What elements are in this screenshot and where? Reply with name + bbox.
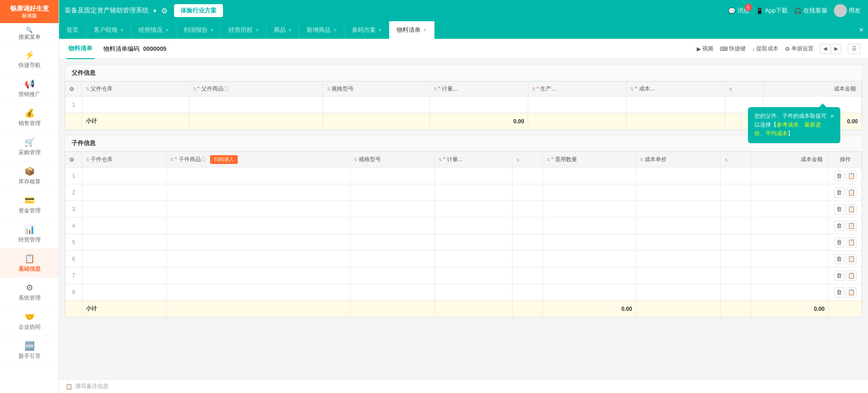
- tab-goods-close[interactable]: ×: [289, 27, 291, 33]
- child-goods-cell-2[interactable]: [166, 184, 350, 201]
- copy-row-btn-1[interactable]: 📋: [846, 171, 856, 181]
- child-goods-cell-8[interactable]: [166, 284, 350, 301]
- sidebar-item-quick-nav[interactable]: ⚡ 快捷导航: [0, 45, 59, 74]
- prev-record-btn[interactable]: ◀: [820, 44, 830, 54]
- child-unit-cost-cell-6[interactable]: [636, 251, 721, 267]
- parent-spec-cell[interactable]: [323, 97, 430, 113]
- tab-profit-close[interactable]: ×: [211, 27, 213, 33]
- child-spec-cell-4[interactable]: [350, 218, 434, 234]
- child-warehouse-cell-2[interactable]: [82, 184, 167, 201]
- child-needed-qty-cell-7[interactable]: [542, 267, 636, 284]
- child-spec-cell-7[interactable]: [350, 267, 434, 284]
- close-all-tabs[interactable]: ×: [855, 26, 868, 34]
- view-link[interactable]: ▶ 视频: [697, 45, 713, 53]
- delete-row-btn-6[interactable]: 🗑: [834, 254, 844, 264]
- sidebar-item-purchase[interactable]: 🛒 采购管理: [0, 133, 59, 162]
- parent-cost-cell[interactable]: [627, 97, 725, 113]
- tab-new-goods[interactable]: 新增商品 ×: [299, 21, 344, 39]
- copy-row-btn-5[interactable]: 📋: [846, 237, 856, 248]
- tab-operation-close[interactable]: ×: [165, 27, 168, 33]
- tab-barcode[interactable]: 条码方案 ×: [344, 21, 389, 39]
- parent-goods-cell[interactable]: [189, 97, 323, 113]
- child-unit-cost-cell-4[interactable]: [636, 218, 721, 234]
- user-item[interactable]: 用友: [834, 4, 861, 17]
- copy-row-btn-3[interactable]: 📋: [846, 204, 856, 214]
- delete-row-btn-4[interactable]: 🗑: [834, 221, 844, 231]
- th-child-settings[interactable]: ⚙: [66, 152, 82, 168]
- tab-history-close[interactable]: ×: [255, 27, 258, 33]
- child-quantity-cell-4[interactable]: [434, 218, 512, 234]
- child-quantity-cell-2[interactable]: [434, 184, 512, 201]
- tab-goods[interactable]: 商品 ×: [266, 21, 299, 39]
- child-warehouse-cell-7[interactable]: [82, 267, 167, 284]
- child-needed-qty-cell-5[interactable]: [542, 234, 636, 251]
- tab-profit[interactable]: 利润报告 ×: [176, 21, 221, 39]
- sidebar-item-system[interactable]: ⚙ 系统管理: [0, 278, 59, 307]
- tab-customer[interactable]: 客户联络 ×: [86, 21, 131, 39]
- child-spec-cell-3[interactable]: [350, 201, 434, 218]
- sidebar-item-basic[interactable]: 📋 基础信息: [0, 249, 59, 278]
- copy-row-btn-4[interactable]: 📋: [846, 221, 856, 231]
- child-goods-cell-5[interactable]: [166, 234, 350, 251]
- child-spec-cell-1[interactable]: [350, 168, 434, 184]
- parent-quantity-cell[interactable]: [430, 97, 528, 113]
- child-warehouse-cell-4[interactable]: [82, 218, 167, 234]
- tab-history[interactable]: 经营历程 ×: [221, 21, 266, 39]
- tooltip-close-btn[interactable]: ×: [830, 112, 834, 121]
- sidebar-item-finance[interactable]: 💳 资金管理: [0, 191, 59, 220]
- sidebar-item-guide[interactable]: 🆕 新手引导: [0, 336, 59, 365]
- child-unit-cost-cell-1[interactable]: [636, 168, 721, 184]
- copy-row-btn-8[interactable]: 📋: [846, 287, 856, 297]
- child-needed-qty-cell-2[interactable]: [542, 184, 636, 201]
- tab-customer-close[interactable]: ×: [121, 27, 123, 33]
- child-unit-cost-cell-3[interactable]: [636, 201, 721, 218]
- message-icon-item[interactable]: 💬 消息 6: [728, 6, 749, 15]
- child-warehouse-cell-1[interactable]: [82, 168, 167, 184]
- parent-warehouse-cell[interactable]: [82, 97, 189, 113]
- single-settings-link[interactable]: ⚙ 单据设置: [785, 45, 814, 53]
- child-needed-qty-cell-1[interactable]: [542, 168, 636, 184]
- th-parent-settings[interactable]: ⚙: [66, 82, 82, 97]
- tab-bom[interactable]: 物料清单 ×: [389, 21, 434, 39]
- child-needed-qty-cell-6[interactable]: [542, 251, 636, 267]
- child-warehouse-cell-8[interactable]: [82, 284, 167, 301]
- child-unit-cost-cell-5[interactable]: [636, 234, 721, 251]
- tab-new-goods-close[interactable]: ×: [333, 27, 336, 33]
- child-goods-cell-4[interactable]: [166, 218, 350, 234]
- list-view-btn[interactable]: ☰: [848, 44, 861, 54]
- tab-barcode-close[interactable]: ×: [379, 27, 381, 33]
- child-quantity-cell-7[interactable]: [434, 267, 512, 284]
- topbar-dropdown-arrow[interactable]: ▾: [153, 7, 157, 14]
- settings-icon[interactable]: ⚙: [161, 6, 168, 15]
- child-unit-cost-cell-7[interactable]: [636, 267, 721, 284]
- child-needed-qty-cell-8[interactable]: [542, 284, 636, 301]
- child-goods-cell-6[interactable]: [166, 251, 350, 267]
- next-record-btn[interactable]: ▶: [831, 44, 841, 54]
- child-goods-cell-1[interactable]: [166, 168, 350, 184]
- child-quantity-cell-1[interactable]: [434, 168, 512, 184]
- sub-tab-bom-list[interactable]: 物料清单: [66, 39, 94, 59]
- copy-row-btn-2[interactable]: 📋: [846, 187, 856, 198]
- online-service-item[interactable]: 🎧 在线客服: [794, 6, 827, 15]
- child-warehouse-cell-3[interactable]: [82, 201, 167, 218]
- child-needed-qty-cell-3[interactable]: [542, 201, 636, 218]
- child-spec-cell-8[interactable]: [350, 284, 434, 301]
- child-quantity-cell-6[interactable]: [434, 251, 512, 267]
- child-needed-qty-cell-4[interactable]: [542, 218, 636, 234]
- sidebar-item-search[interactable]: 🔍 搜索菜单: [0, 23, 59, 45]
- scan-input-btn[interactable]: 扫码录入: [210, 155, 238, 164]
- copy-row-btn-6[interactable]: 📋: [846, 254, 856, 264]
- child-spec-cell-2[interactable]: [350, 184, 434, 201]
- child-quantity-cell-5[interactable]: [434, 234, 512, 251]
- child-quantity-cell-8[interactable]: [434, 284, 512, 301]
- child-spec-cell-6[interactable]: [350, 251, 434, 267]
- tab-operation[interactable]: 经营情况 ×: [131, 21, 176, 39]
- sidebar-item-sales[interactable]: 💰 销售管理: [0, 103, 59, 133]
- delete-row-btn-8[interactable]: 🗑: [834, 287, 844, 297]
- shortcut-link[interactable]: ⌨ 快捷键: [720, 45, 746, 53]
- child-unit-cost-cell-2[interactable]: [636, 184, 721, 201]
- child-unit-cost-cell-8[interactable]: [636, 284, 721, 301]
- child-goods-cell-7[interactable]: [166, 267, 350, 284]
- delete-row-btn-5[interactable]: 🗑: [834, 237, 844, 248]
- tab-bom-close[interactable]: ×: [423, 27, 426, 33]
